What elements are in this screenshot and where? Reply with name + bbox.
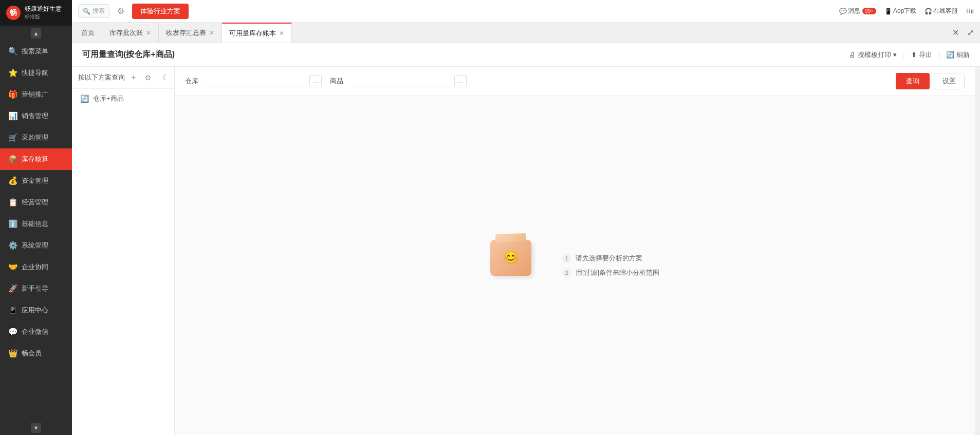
sidebar-item-basic[interactable]: ℹ️ 基础信息 [0, 213, 72, 235]
sidebar-logo: 畅 畅康通好生意 标准版 [0, 0, 72, 26]
page-header: 可用量查询(按仓库+商品) 🖨 按模板打印 ▾ | ⬆ 导出 | 🔄 刷新 [72, 43, 980, 67]
sidebar-item-label: 企业微信 [22, 327, 48, 336]
page-header-actions: 🖨 按模板打印 ▾ | ⬆ 导出 | 🔄 刷新 [849, 50, 970, 60]
service-btn[interactable]: 🎧 在线客服 [924, 7, 958, 15]
left-panel-header: 按以下方案查询 ＋ ⊙ 《 [72, 67, 174, 89]
sidebar-item-enterprise[interactable]: 🤝 企业协同 [0, 256, 72, 278]
hint-text-2: 用[过滤]条件来缩小分析范围 [576, 268, 659, 277]
trial-button[interactable]: 体验行业方案 [132, 4, 189, 19]
goods-input[interactable] [347, 75, 450, 87]
content-area: 按以下方案查询 ＋ ⊙ 《 🔄 仓库+商品 仓库 … 商品 [72, 67, 980, 435]
tab-batch[interactable]: 库存批次账 ✕ [102, 23, 159, 43]
goods-label: 商品 [330, 77, 343, 86]
sidebar: 畅 畅康通好生意 标准版 ▲ 🔍 搜索菜单 ⭐ 快捷导航 🎁 营销推广 📊 销售… [0, 0, 72, 435]
chat-icon: 💬 [8, 327, 17, 336]
filter-actions: 查询 设置 [896, 73, 965, 89]
hint-number-1: 1 [562, 254, 571, 263]
gear-icon: ⚙️ [8, 241, 17, 250]
sidebar-item-operation[interactable]: 📋 经营管理 [0, 192, 72, 213]
left-panel: 按以下方案查询 ＋ ⊙ 《 🔄 仓库+商品 [72, 67, 175, 435]
gift-icon: 🎁 [8, 90, 17, 99]
tab-close-button[interactable]: ✕ [950, 26, 961, 40]
empty-hints: 1 请先选择要分析的方案 2 用[过滤]条件来缩小分析范围 [562, 254, 659, 277]
sidebar-item-label: 库存核算 [22, 155, 48, 164]
warehouse-input[interactable] [202, 75, 305, 87]
collapse-panel-button[interactable]: 《 [157, 72, 168, 83]
settings-icon[interactable]: ⚙ [114, 4, 128, 18]
scheme-settings-button[interactable]: ⊙ [142, 72, 154, 83]
empty-box-illustration [490, 240, 531, 276]
box-icon: 📦 [8, 155, 17, 164]
sidebar-item-label: 营销推广 [22, 90, 48, 99]
tab-close-batch[interactable]: ✕ [146, 29, 151, 36]
search-text: 搜索 [93, 7, 105, 15]
sidebar-item-label: 经营管理 [22, 198, 48, 207]
sidebar-item-finance[interactable]: 💰 资金管理 [0, 170, 72, 192]
right-scrollbar[interactable] [975, 67, 980, 435]
star-icon: ⭐ [8, 68, 17, 78]
separator2: | [938, 51, 940, 59]
print-action[interactable]: 🖨 按模板打印 ▾ [849, 50, 897, 60]
empty-state: 1 请先选择要分析的方案 2 用[过滤]条件来缩小分析范围 [175, 96, 975, 435]
sidebar-item-marketing[interactable]: 🎁 营销推广 [0, 84, 72, 105]
search-icon: 🔍 [83, 8, 90, 15]
clipboard-icon: 📋 [8, 198, 17, 207]
tab-close-summary[interactable]: ✕ [209, 29, 214, 36]
sidebar-item-inventory[interactable]: 📦 库存核算 [0, 148, 72, 170]
handshake-icon: 🤝 [8, 262, 17, 272]
goods-more-button[interactable]: … [454, 75, 467, 87]
sidebar-item-label: 销售管理 [22, 111, 48, 121]
sidebar-item-member[interactable]: 👑 畅会员 [0, 343, 72, 364]
info-icon: ℹ️ [8, 219, 17, 229]
empty-icon [490, 240, 542, 291]
refresh-icon: 🔄 [946, 51, 954, 59]
sidebar-item-label: 新手引导 [22, 284, 48, 293]
warehouse-more-button[interactable]: … [309, 75, 322, 87]
sidebar-item-label: 采购管理 [22, 133, 48, 142]
sidebar-item-system[interactable]: ⚙️ 系统管理 [0, 235, 72, 256]
scheme-icon: 🔄 [80, 94, 89, 103]
sidebar-item-label: 企业协同 [22, 262, 48, 272]
rocket-icon: 🚀 [8, 284, 17, 293]
tab-actions: ✕ ⤢ [950, 23, 980, 43]
sidebar-item-label: 资金管理 [22, 176, 48, 185]
add-scheme-button[interactable]: ＋ [128, 72, 139, 83]
topbar-search[interactable]: 🔍 搜索 [78, 4, 109, 18]
sidebar-item-search[interactable]: 🔍 搜索菜单 [0, 41, 72, 62]
user-menu[interactable]: Rit [966, 8, 974, 15]
tab-available[interactable]: 可用量库存账本 ✕ [222, 23, 292, 43]
tab-expand-button[interactable]: ⤢ [965, 26, 976, 40]
chart-icon: 📊 [8, 111, 17, 121]
refresh-action[interactable]: 🔄 刷新 [946, 50, 970, 60]
goods-filter: 商品 … [330, 75, 467, 87]
sidebar-item-wechat[interactable]: 💬 企业微信 [0, 321, 72, 343]
sidebar-scroll-up[interactable]: ▲ [31, 28, 41, 39]
headset-icon: 🎧 [924, 8, 932, 15]
empty-state-inner: 1 请先选择要分析的方案 2 用[过滤]条件来缩小分析范围 [490, 240, 659, 291]
setting-button[interactable]: 设置 [934, 73, 965, 89]
sidebar-item-newuser[interactable]: 🚀 新手引导 [0, 278, 72, 299]
sidebar-item-purchase[interactable]: 🛒 采购管理 [0, 127, 72, 148]
right-panel: 仓库 … 商品 … 查询 设置 [175, 67, 975, 435]
sidebar-item-shortcut[interactable]: ⭐ 快捷导航 [0, 62, 72, 84]
main-content: 🔍 搜索 ⚙ 体验行业方案 💬 消息 99+ 📱 App下载 🎧 在线客服 Ri… [72, 0, 980, 435]
query-button[interactable]: 查询 [896, 73, 930, 89]
sidebar-item-sales[interactable]: 📊 销售管理 [0, 105, 72, 127]
export-action[interactable]: ⬆ 导出 [911, 50, 932, 60]
topbar-right: 💬 消息 99+ 📱 App下载 🎧 在线客服 Rit [839, 7, 974, 15]
tab-home[interactable]: 首页 [74, 23, 102, 43]
tab-close-available[interactable]: ✕ [279, 30, 284, 37]
sidebar-item-appcenter[interactable]: 📱 应用中心 [0, 299, 72, 321]
message-btn[interactable]: 💬 消息 99+ [839, 7, 876, 15]
search-icon: 🔍 [8, 47, 17, 56]
sidebar-scroll-down[interactable]: ▼ [31, 423, 41, 433]
sidebar-nav: 🔍 搜索菜单 ⭐ 快捷导航 🎁 营销推广 📊 销售管理 🛒 采购管理 📦 库存核… [0, 41, 72, 421]
mobile-icon: 📱 [884, 8, 892, 15]
sidebar-item-label: 快捷导航 [22, 68, 48, 78]
app-download-btn[interactable]: 📱 App下载 [884, 7, 916, 15]
tab-summary[interactable]: 收发存汇总表 ✕ [159, 23, 222, 43]
tab-bar: 首页 库存批次账 ✕ 收发存汇总表 ✕ 可用量库存账本 ✕ ✕ ⤢ [72, 23, 980, 43]
scheme-item-warehouse-goods[interactable]: 🔄 仓库+商品 [72, 89, 174, 108]
cart-icon: 🛒 [8, 133, 17, 142]
message-badge: 99+ [862, 8, 876, 14]
